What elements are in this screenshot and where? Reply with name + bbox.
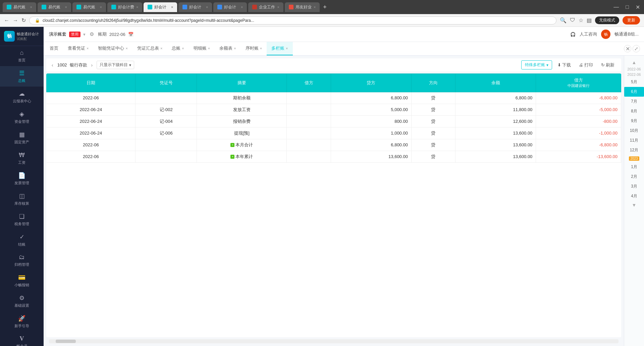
update-button[interactable]: 更新 [623,16,640,24]
calendar-scroll-up[interactable]: ▲ [631,58,638,66]
sidebar-item-invoice[interactable]: 📄 发票管理 [0,168,44,189]
sidebar-item-fixed-assets[interactable]: ▦ 固定资产 [0,128,44,148]
tab-close-icon[interactable]: × [241,5,243,9]
calendar-month-aug[interactable]: 8月 [624,106,644,116]
calendar-month-jan[interactable]: 1月 [624,162,644,172]
tab-close-icon[interactable]: × [314,5,316,9]
sidebar-item-basic-settings[interactable]: ⚙ 基础设置 [0,291,44,311]
tab-close-icon[interactable]: × [136,5,138,9]
tab-close-icon[interactable]: × [260,46,262,50]
tab-voucher-summary[interactable]: 凭证汇总表 × [132,42,167,55]
tab-detail-ledger[interactable]: 明细账 × [189,42,215,55]
calendar-month-feb[interactable]: 2月 [624,172,644,182]
tab-view-voucher[interactable]: 查看凭证 × [63,42,93,55]
calendar-month-jul[interactable]: 7月 [624,97,644,106]
shield-icon[interactable]: 🛡 [570,17,575,23]
settings-gear-icon[interactable]: ⚙ [90,31,94,37]
sidebar-item-closing[interactable]: ✓ 结账 [0,230,44,250]
tab-close-icon[interactable]: × [100,5,102,9]
tab-multi-col[interactable]: 多栏账 × [267,42,292,55]
calendar-scroll-down[interactable]: ▼ [631,201,638,209]
tab-journal[interactable]: 序时账 × [241,42,267,55]
calendar-icon[interactable]: 📅 [128,32,133,37]
panel-expand-icon[interactable]: ⤢ [633,45,640,52]
main-content: 演示账套 禁用 ▾ ⚙ 账期 2022-06 📅 🎧 人工咨询 畅 畅通通B组.… [44,27,644,346]
tab-close-icon[interactable]: × [125,46,127,50]
refresh-page-button[interactable]: ↻ [21,17,26,23]
url-bar[interactable]: 🔒 cloud2.chanjet.com/accounting/uh26t264… [29,16,556,24]
tab-yidaizhang-1[interactable]: 易代账 × [3,2,36,12]
calendar-month-may[interactable]: 5月 [624,77,644,87]
sidebar-item-general-ledger[interactable]: ☰ 总账 [0,66,44,87]
tab-haohuaiji-active[interactable]: 好会计 × [144,2,177,12]
tab-close-icon[interactable]: × [171,5,173,9]
tab-haohuaiji-fee[interactable]: 好会计费 × [107,2,142,12]
tab-yidaizhang-3[interactable]: 易代账 × [72,2,106,12]
tab-close-icon[interactable]: × [277,5,279,9]
tab-haohuaiji-3[interactable]: 好会计 × [213,2,247,12]
consult-label[interactable]: 人工咨询 [580,31,597,37]
forward-button[interactable]: → [13,17,18,23]
multi-col-button[interactable]: 特殊多栏账 ▾ [521,60,552,69]
voucher-link[interactable]: 记-002 [160,107,173,112]
voucher-link[interactable]: 记-006 [160,131,173,136]
tab-haohuaiji-2[interactable]: 好会计 × [178,2,212,12]
back-button[interactable]: ← [4,17,9,23]
filter-dropdown[interactable]: 只显示下级科目 ▾ [97,61,134,69]
tab-close-icon[interactable]: × [208,46,210,50]
tab-close-icon[interactable]: × [65,5,67,9]
sidebar-item-home[interactable]: ⌂ 首页 [0,46,44,66]
tab-general-ledger[interactable]: 总账 × [167,42,189,55]
tab-close-icon[interactable]: × [234,46,236,50]
close-window-button[interactable]: ✕ [634,4,641,10]
tab-yidaizhang-2[interactable]: 易代账 × [38,2,71,12]
tab-enterprise[interactable]: 企业工作 × [248,2,283,12]
tab-close-icon[interactable]: × [182,46,184,50]
new-tab-button[interactable]: + [321,4,329,11]
prev-account-button[interactable]: ‹ [50,62,55,68]
calendar-month-nov[interactable]: 11月 [624,136,644,145]
print-button[interactable]: 🖨 打印 [576,61,596,69]
minimize-button[interactable]: ― [612,4,620,10]
tab-close-icon[interactable]: × [206,5,208,9]
calendar-month-oct[interactable]: 10月 [624,126,644,136]
next-account-button[interactable]: › [90,62,94,68]
tab-balance-table[interactable]: 余额表 × [215,42,240,55]
download-button[interactable]: ⬇ 下载 [555,61,574,69]
search-icon[interactable]: 🔍 [560,17,567,23]
tab-close-icon[interactable]: × [160,46,162,50]
star-icon[interactable]: ☆ [579,17,583,23]
panel-close-icon[interactable]: ✕ [624,45,631,52]
tab-smart-voucher[interactable]: 智能凭证中心 × [93,42,132,55]
period-prefix: 账期 [98,31,107,37]
tab-home[interactable]: 首页 [45,42,63,55]
sidebar-item-cloud-report[interactable]: ☁ 云报表中心 [0,87,44,107]
guide-icon: 🚀 [18,315,25,322]
tab-close-icon[interactable]: × [87,46,89,50]
calendar-month-mar[interactable]: 3月 [624,182,644,191]
tab-youyou[interactable]: 用友好业 × [285,2,320,12]
sidebar-item-stock[interactable]: ◫ 库存核算 [0,189,44,209]
sidebar-item-new-guide[interactable]: 🚀 新手引导 [0,311,44,332]
sidebar-item-payroll[interactable]: ₩ 工资 [0,148,44,168]
sidebar-item-archive[interactable]: 🗂 归档管理 [0,250,44,270]
scroll-thumb[interactable] [56,340,76,343]
sidebar-item-tax[interactable]: ❏ 税务管理 [0,209,44,230]
maximize-button[interactable]: □ [624,4,630,10]
refresh-button[interactable]: ↻ 刷新 [598,61,617,69]
tab-close-icon[interactable]: × [286,46,288,50]
calendar-month-jun[interactable]: 6月 [624,87,644,97]
side-panel-icon[interactable]: ▤ [587,17,592,23]
horizontal-scrollbar[interactable] [49,339,619,343]
stealth-mode-button[interactable]: 无痕模式 [595,16,619,24]
dropdown-arrow-icon[interactable]: ▾ [83,32,86,37]
cell-balance: 13,600.00 [455,127,536,139]
calendar-month-sep[interactable]: 9月 [624,116,644,126]
voucher-link[interactable]: 记-004 [160,119,173,124]
tab-close-icon[interactable]: × [30,5,32,9]
sidebar-item-expense[interactable]: 💳 小畅报销 [0,270,44,291]
calendar-month-dec[interactable]: 12月 [624,145,644,155]
sidebar-item-membership[interactable]: V 畅会员 [0,332,44,346]
calendar-month-apr[interactable]: 4月 [624,191,644,201]
sidebar-item-fund-mgmt[interactable]: ◈ 资金管理 [0,107,44,128]
